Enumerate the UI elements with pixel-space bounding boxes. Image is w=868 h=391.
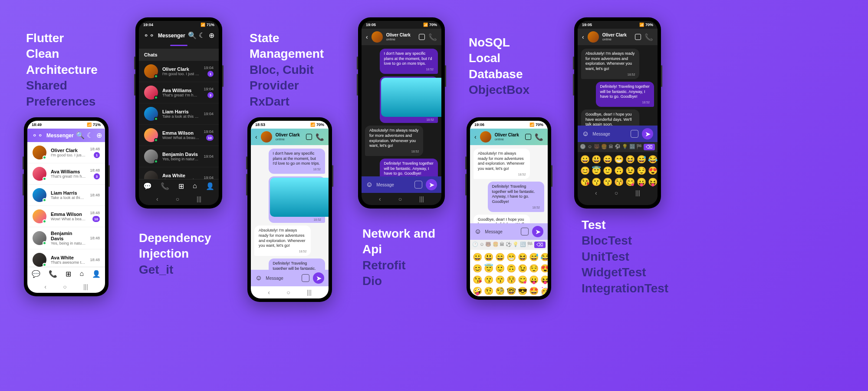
message-input[interactable]: Message	[376, 182, 411, 187]
emoji[interactable]: 😄	[495, 252, 505, 262]
video-icon[interactable]	[525, 134, 531, 140]
camera-icon[interactable]	[414, 181, 422, 189]
message-sent[interactable]: I don't have any specific plans at the m…	[269, 149, 325, 174]
avatar[interactable]	[588, 31, 599, 43]
nav-profile-icon[interactable]: 👤	[92, 270, 101, 278]
emoji-icon[interactable]: ☺	[255, 274, 262, 282]
emoji[interactable]: 😛	[529, 275, 539, 285]
emoji[interactable]: 😋	[518, 275, 527, 285]
emoji[interactable]: 😊	[580, 166, 590, 176]
message-image[interactable]: 18:52	[269, 176, 325, 223]
emoji[interactable]: 😚	[614, 177, 624, 187]
emoji[interactable]: 😝	[648, 177, 658, 187]
emoji-cat-activity[interactable]: ⚽	[506, 242, 512, 248]
emoji[interactable]: 😃	[592, 155, 601, 164]
video-icon[interactable]	[419, 34, 425, 40]
emoji[interactable]: 😗	[484, 275, 493, 285]
emoji-delete[interactable]: ⌫	[534, 242, 546, 248]
emoji-cat-recent[interactable]: 🕐	[472, 242, 478, 248]
emoji[interactable]: 😂	[540, 252, 548, 262]
emoji[interactable]: 😍	[648, 166, 658, 176]
emoji[interactable]: 😉	[518, 264, 527, 273]
emoji[interactable]: 😉	[625, 166, 635, 176]
emoji-cat-objects[interactable]: 💡	[513, 242, 519, 248]
globe-icon[interactable]: ⊕	[208, 33, 214, 39]
emoji[interactable]: 😚	[506, 275, 516, 285]
emoji[interactable]: 🙃	[506, 264, 516, 273]
message-input[interactable]: Message	[266, 276, 298, 281]
back-icon[interactable]: ‹	[255, 133, 257, 140]
emoji-cat-symbols[interactable]: 🔣	[520, 242, 526, 248]
emoji-delete[interactable]: ⌫	[644, 144, 655, 150]
nav-chat-icon[interactable]: 💬	[32, 270, 40, 278]
emoji[interactable]: 🤓	[506, 286, 516, 296]
send-button[interactable]: ➤	[313, 272, 324, 284]
call-icon[interactable]: 📞	[316, 133, 324, 141]
emoji[interactable]: 😌	[529, 264, 539, 273]
chat-item[interactable]: Liam Harris Take a look at this picture …	[27, 185, 105, 206]
emoji[interactable]: 😊	[473, 264, 482, 273]
emoji-cat-travel[interactable]: 🏛	[500, 242, 504, 248]
chat-item[interactable]: Ava White That's awesome that you had a …	[27, 249, 105, 267]
call-icon[interactable]: 📞	[644, 33, 653, 41]
avatar[interactable]	[480, 131, 491, 142]
message-input[interactable]: Message	[485, 229, 517, 234]
emoji[interactable]: 😙	[495, 275, 505, 285]
video-icon[interactable]	[635, 34, 641, 40]
emoji[interactable]: 😘	[580, 177, 590, 187]
nav-profile-icon[interactable]: 👤	[206, 182, 214, 190]
globe-icon[interactable]: ⊕	[96, 133, 102, 139]
camera-icon[interactable]	[302, 274, 309, 282]
back-icon[interactable]: ‹	[366, 33, 368, 40]
back-icon[interactable]: ‹	[582, 33, 584, 40]
emoji[interactable]: 😇	[484, 264, 493, 273]
nav-call-icon[interactable]: 📞	[161, 182, 169, 190]
camera-icon[interactable]	[521, 228, 529, 235]
nav-add-icon[interactable]: ⊞	[66, 270, 71, 278]
chat-item[interactable]: Ava Williams That's great! I'm happy to …	[139, 82, 219, 103]
emoji[interactable]: 😂	[648, 155, 658, 164]
emoji[interactable]: 😘	[473, 275, 482, 285]
camera-icon[interactable]	[631, 130, 638, 138]
message-received[interactable]: Absolutely! I'm always ready for more ad…	[254, 225, 311, 256]
chat-item[interactable]: Emma Wilson Wow! What a beautiful view! …	[139, 125, 219, 146]
emoji[interactable]: 😙	[603, 177, 612, 187]
emoji[interactable]: 😍	[540, 264, 548, 273]
emoji[interactable]: 🙂	[603, 166, 612, 176]
emoji[interactable]: 😛	[637, 177, 646, 187]
nav-call-icon[interactable]: 📞	[49, 270, 57, 278]
chat-item[interactable]: Benjamin Davis Yes, being in nature and …	[139, 146, 219, 167]
emoji-cat-food[interactable]: 🍔	[493, 242, 499, 248]
emoji-cat-animals[interactable]: 🐻	[485, 242, 491, 248]
avatar[interactable]	[372, 31, 383, 43]
nav-home-icon[interactable]: ⌂	[79, 270, 84, 278]
emoji-icon[interactable]: ☺	[582, 130, 589, 138]
back-icon[interactable]: ‹	[474, 133, 477, 140]
emoji[interactable]: 😝	[540, 275, 548, 285]
avatar[interactable]	[261, 131, 272, 142]
search-icon[interactable]: 🔍	[189, 33, 195, 39]
nav-add-icon[interactable]: ⊞	[178, 182, 184, 190]
moon-icon[interactable]: ☾	[199, 33, 205, 39]
emoji-icon[interactable]: ☺	[474, 228, 481, 235]
recents-icon[interactable]: |||	[83, 283, 88, 290]
menu-icon[interactable]: ⚬⚬	[143, 31, 155, 40]
back-icon[interactable]: ‹	[44, 283, 46, 290]
send-button[interactable]: ➤	[426, 179, 437, 190]
nav-home-icon[interactable]: ⌂	[193, 182, 197, 190]
chat-item[interactable]: Oliver Clark I'm good too. I just wanted…	[139, 61, 219, 82]
message-input[interactable]: Message	[592, 132, 627, 136]
emoji[interactable]: 🤪	[473, 286, 482, 296]
chat-item[interactable]: Oliver Clark I'm good too. I just wanted…	[27, 142, 105, 163]
emoji[interactable]: 🧐	[495, 286, 505, 296]
send-button[interactable]: ➤	[532, 226, 543, 237]
emoji[interactable]: 🤩	[529, 286, 539, 296]
call-icon[interactable]: 📞	[428, 33, 437, 41]
emoji[interactable]: 😌	[637, 166, 646, 176]
emoji[interactable]: 😀	[473, 252, 482, 262]
emoji[interactable]: 😗	[592, 177, 601, 187]
emoji[interactable]: 😅	[637, 155, 646, 164]
menu-icon[interactable]: ⚬⚬	[32, 131, 43, 139]
emoji[interactable]: 🤨	[484, 286, 493, 296]
emoji[interactable]: 😁	[614, 155, 624, 164]
